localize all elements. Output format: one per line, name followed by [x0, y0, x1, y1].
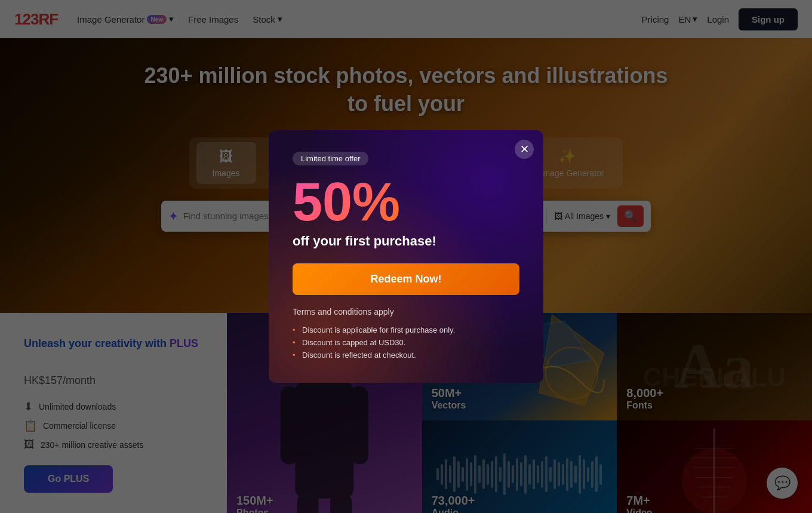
bullet-1: Discount is applicable for first purchas… [293, 324, 519, 336]
modal-redeem-button[interactable]: Redeem Now! [293, 263, 519, 295]
modal-terms: Terms and conditions apply [293, 307, 519, 317]
modal-percent: 50% [293, 175, 519, 229]
modal-badge: Limited time offer [293, 152, 368, 165]
modal-subtitle: off your first purchase! [293, 234, 519, 249]
promo-modal: ✕ Limited time offer 50% off your first … [269, 130, 543, 383]
bullet-2: Discount is capped at USD30. [293, 336, 519, 349]
modal-overlay[interactable]: ✕ Limited time offer 50% off your first … [0, 0, 812, 513]
modal-close-button[interactable]: ✕ [515, 140, 534, 159]
bullet-3: Discount is reflected at checkout. [293, 349, 519, 361]
modal-bullets: Discount is applicable for first purchas… [293, 324, 519, 361]
